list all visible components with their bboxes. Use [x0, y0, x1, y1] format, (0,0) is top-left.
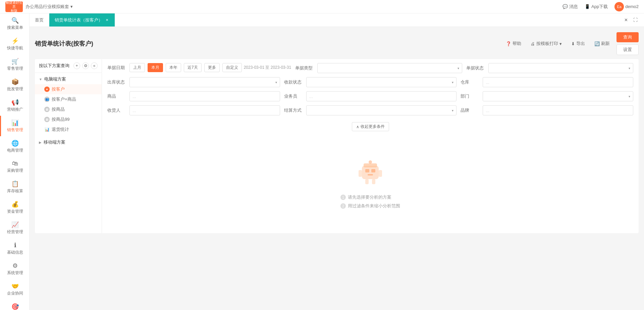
dept-label: 部门: [461, 93, 481, 99]
refresh-btn[interactable]: 🔄 刷新: [592, 39, 612, 48]
app-logo: 畅捷通好生意标版: [5, 1, 23, 12]
by-customer-label: 按客户: [52, 86, 65, 92]
warehouse-input[interactable]: ...: [483, 77, 633, 87]
retail-icon: 🛒: [11, 58, 19, 65]
date-btn-custom[interactable]: 自定义: [222, 63, 242, 72]
recipient-input[interactable]: ...: [129, 105, 280, 115]
tip-1-text: 请先选择要分析的方案: [348, 194, 391, 200]
sidebar-label-wholesale: 批发管理: [7, 86, 23, 92]
scheme-item-return-stats[interactable]: 📊 退货统计: [35, 124, 102, 135]
help-btn[interactable]: ❓ 帮助: [503, 39, 524, 48]
doc-type-select[interactable]: ▾: [317, 63, 462, 73]
tip-num-1: 1: [340, 195, 346, 200]
date-label: 单据日期: [107, 65, 127, 71]
app-download-icon: 📱: [585, 4, 590, 9]
dept-chevron: ▾: [629, 95, 630, 98]
by-customer-goods-icon: 👥: [44, 97, 50, 102]
date-btn-this-year[interactable]: 本年: [166, 63, 181, 72]
sidebar-item-retail[interactable]: 🛒 零售管理: [0, 54, 29, 75]
sidebar-item-newbie[interactable]: 🎯 新手引导: [0, 300, 29, 310]
recipient-placeholder: ...: [132, 108, 136, 113]
tab-sales-stats[interactable]: 销货单统计表（按客户） ✕: [49, 13, 115, 27]
brand-input[interactable]: ...: [483, 105, 633, 115]
scheme-add-btn[interactable]: +: [73, 62, 80, 69]
user-profile[interactable]: Ea demo2: [614, 2, 639, 11]
sidebar-item-search[interactable]: 🔍 搜索菜单: [0, 13, 29, 34]
tab-close-icon[interactable]: ✕: [105, 18, 109, 22]
goods-label: 商品: [107, 93, 127, 99]
sidebar-item-ecommerce[interactable]: 🌐 电商管理: [0, 136, 29, 157]
tab-home-label: 首页: [35, 17, 44, 23]
mobile-group-arrow: ▶: [39, 141, 42, 144]
header-left: 畅捷通好生意标版 办公用品行业模拟账套 ▾: [5, 1, 73, 12]
desktop-group-label: 电脑端方案: [44, 76, 66, 82]
scheme-group-mobile-header[interactable]: ▶ 移动端方案: [35, 137, 102, 147]
empty-tip-1: 1 请先选择要分析的方案: [340, 194, 400, 200]
collapse-bar: ∧ 收起更多条件: [107, 119, 633, 134]
window-minimize-btn[interactable]: ✕: [623, 17, 629, 23]
doc-status-select[interactable]: ▾: [488, 63, 633, 73]
collapse-up-icon: ∧: [356, 124, 359, 129]
svg-rect-9: [372, 179, 375, 184]
app-download-label: App下载: [591, 4, 608, 10]
template-print-btn[interactable]: 🖨 按模板打印 ▾: [528, 39, 565, 48]
scheme-title: 按以下方案查询: [39, 63, 69, 69]
refresh-label: 刷新: [601, 41, 610, 47]
filter-panel: 单据日期 上月 本月 本年 近7天 更多 自定义 2023-03-01 至 20…: [102, 59, 639, 233]
sidebar-item-system[interactable]: ⚙ 系统管理: [0, 259, 29, 279]
sidebar-item-finance[interactable]: 💰 资金管理: [0, 197, 29, 218]
app-header: 畅捷通好生意标版 办公用品行业模拟账套 ▾ 💬 消息 📱 App下载 Ea de…: [0, 0, 644, 13]
settings-btn[interactable]: 设置: [616, 44, 639, 55]
query-btn[interactable]: 查询: [616, 32, 639, 42]
tab-home[interactable]: 首页: [30, 13, 49, 27]
out-status-select[interactable]: ▾: [129, 77, 280, 87]
employee-input[interactable]: ...: [306, 91, 457, 101]
settle-select[interactable]: ▾: [306, 105, 457, 115]
scheme-item-by-customer[interactable]: ● 按客户: [35, 84, 102, 94]
sidebar-item-quicknav[interactable]: ⚡ 快捷导航: [0, 34, 29, 54]
date-btn-this-month[interactable]: 本月: [148, 63, 163, 72]
sidebar-item-enterprise[interactable]: 🤝 企业协同: [0, 279, 29, 300]
sidebar-item-inventory[interactable]: 📋 库存核算: [0, 177, 29, 197]
scheme-group-desktop-header[interactable]: ▼ 电脑端方案: [35, 74, 102, 84]
svg-rect-6: [359, 170, 362, 177]
settle-label: 结算方式: [284, 107, 304, 113]
collect-status-label: 收款状态: [284, 79, 304, 85]
scheme-collapse-btn[interactable]: «: [91, 62, 98, 69]
sidebar-item-operation[interactable]: 📈 经营管理: [0, 218, 29, 238]
dept-select[interactable]: ▾: [483, 91, 633, 101]
sidebar-label-search: 搜索菜单: [7, 25, 23, 31]
doc-type-chevron: ▾: [458, 66, 459, 70]
mobile-group-label: 移动端方案: [44, 139, 65, 145]
scheme-item-by-customer-goods[interactable]: 👥 按客户+商品: [35, 94, 102, 104]
date-btn-7days[interactable]: 近7天: [184, 63, 202, 72]
page-title: 销货单统计表(按客户): [35, 40, 93, 48]
collect-status-select[interactable]: ▾: [306, 77, 457, 87]
collapse-btn[interactable]: ∧ 收起更多条件: [352, 122, 389, 131]
industry-selector[interactable]: 办公用品行业模拟账套 ▾: [25, 4, 73, 10]
scheme-item-by-goods-99[interactable]: ▦ 按商品99: [35, 114, 102, 124]
collect-status-chevron: ▾: [452, 81, 453, 84]
empty-tips: 1 请先选择要分析的方案 2 用过滤条件来缩小分析范围: [340, 194, 400, 209]
ecommerce-icon: 🌐: [11, 140, 19, 147]
sidebar-item-wholesale[interactable]: 📦 批发管理: [0, 75, 29, 95]
scheme-group-desktop: ▼ 电脑端方案 ● 按客户 👥 按客户+商品 ▦: [35, 73, 102, 136]
goods-input[interactable]: ...: [129, 91, 280, 101]
sidebar-label-operation: 经营管理: [7, 229, 23, 235]
finance-icon: 💰: [11, 201, 19, 208]
sidebar-item-marketing[interactable]: 📢 营销推广: [0, 95, 29, 116]
date-btn-more[interactable]: 更多: [204, 63, 220, 72]
date-btn-last-month[interactable]: 上月: [129, 63, 145, 72]
sidebar-item-sales[interactable]: 📊 销售管理: [0, 116, 29, 136]
export-btn[interactable]: ⬇ 导出: [569, 39, 588, 48]
message-btn[interactable]: 💬 消息: [562, 4, 578, 10]
scheme-settings-btn[interactable]: ⚙: [82, 62, 89, 69]
sidebar-item-purchase[interactable]: 🛍 采购管理: [0, 157, 29, 177]
app-download-btn[interactable]: 📱 App下载: [585, 4, 608, 10]
out-status-label: 出库状态: [107, 79, 127, 85]
sidebar-label-purchase: 采购管理: [7, 168, 23, 173]
scheme-item-by-goods[interactable]: ▦ 按商品: [35, 104, 102, 114]
window-maximize-btn[interactable]: ⛶: [632, 17, 639, 23]
sidebar-item-basic[interactable]: ℹ 基础信息: [0, 238, 29, 259]
return-stats-icon: 📊: [44, 127, 50, 132]
